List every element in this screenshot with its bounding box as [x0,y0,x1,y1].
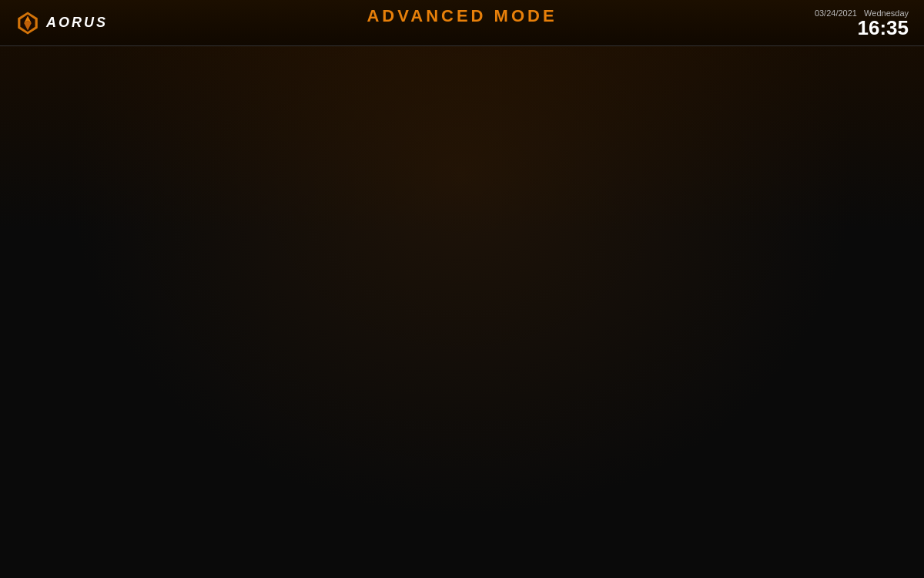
aorus-logo-icon [15,9,40,37]
background-texture [0,0,924,578]
advanced-mode-title: ADVANCED MODE [367,6,557,26]
datetime-time: 16:35 [815,18,909,38]
title-center: ADVANCED MODE [367,6,557,26]
logo-area: AORUS [15,9,108,37]
datetime-area: 03/24/2021 Wednesday 16:35 [815,8,909,38]
logo-text: AORUS [46,15,108,31]
header: AORUS ADVANCED MODE 03/24/2021 Wednesday… [0,0,924,46]
main-container: AORUS ADVANCED MODE 03/24/2021 Wednesday… [0,0,924,578]
